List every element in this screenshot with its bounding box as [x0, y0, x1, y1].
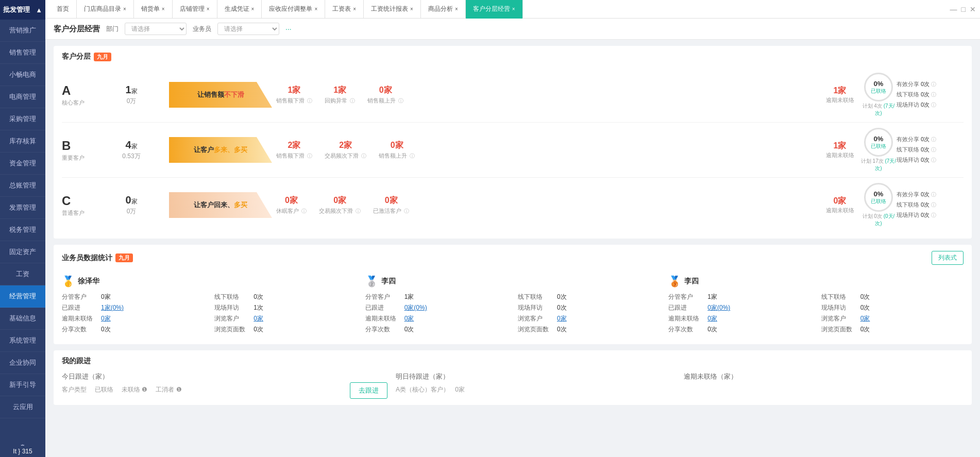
tab-close-receivable[interactable]: ×: [314, 6, 317, 12]
sidebar-item-gongzi[interactable]: 工资: [0, 263, 45, 285]
tier-count-a: 1家 0万: [98, 84, 165, 106]
staff-card-1: 🥈 李四 分管客户 1家 线下联络 0次 已跟进 0家(0%) 现场拜访 0次: [365, 271, 661, 338]
customer-section: 客户分层 九月 A 核心客户 1家 0万 让销售额不下滑 1家 销售额下滑 ⓘ …: [54, 46, 972, 239]
content-area: 客户分层 九月 A 核心客户 1家 0万 让销售额不下滑 1家 销售额下滑 ⓘ …: [45, 40, 980, 457]
tab-voucher[interactable]: 生成凭证×: [217, 0, 262, 19]
tier-circle-a: 0% 已联络 计划 4次 (7天/次): [860, 73, 897, 117]
tabbar-restore-icon[interactable]: □: [961, 5, 966, 13]
tabbar-close-icon[interactable]: ✕: [970, 5, 976, 13]
go-btn-col: 去跟进: [350, 372, 387, 399]
tab-payroll[interactable]: 工资表×: [325, 0, 364, 19]
staff-stat-row: 浏览客户 0家: [214, 314, 357, 323]
sidebar-item-fapiao[interactable]: 发票管理: [0, 197, 45, 219]
tab-label-payrollstat: 工资统计报表: [371, 5, 408, 13]
sidebar-collapse-icon[interactable]: ▲: [36, 6, 42, 14]
tab-label-home: 首页: [57, 5, 69, 13]
sidebar-item-gudingzichan[interactable]: 固定资产: [0, 241, 45, 263]
sidebar-item-qiye[interactable]: 企业协同: [0, 352, 45, 374]
tab-close-payrollstat[interactable]: ×: [410, 6, 413, 12]
sidebar-item-dianshang[interactable]: 电商管理: [0, 86, 45, 108]
tab-close-voucher[interactable]: ×: [251, 6, 255, 12]
sidebar-item-zongzhang[interactable]: 总账管理: [0, 175, 45, 197]
dept-select[interactable]: 请选择: [125, 23, 187, 35]
stat-b-2: 0家 销售额上升 ⓘ: [379, 140, 415, 160]
staff-stat-row: 逾期未联络 0家: [668, 314, 810, 323]
sidebar-item-yingxiao[interactable]: 营销推广: [0, 20, 45, 42]
tab-close-customer[interactable]: ×: [512, 6, 515, 12]
dept-label: 部门: [106, 25, 119, 33]
tab-customer[interactable]: 客户分层经营×: [466, 0, 523, 19]
tab-close-store[interactable]: ×: [207, 6, 210, 12]
sidebar-item-shuiwu[interactable]: 税务管理: [0, 219, 45, 241]
stat-a-1: 1家 回购异常 ⓘ: [325, 85, 355, 105]
tab-label-payroll: 工资表: [332, 5, 351, 13]
go-followup-btn[interactable]: 去跟进: [350, 382, 387, 399]
tab-goods[interactable]: 商品分析×: [421, 0, 466, 19]
customer-month-badge: 九月: [94, 53, 111, 61]
staff-section: 业务员数据统计 九月 列表式 🥇 徐泽华 分管客户 0家 线下联络 0次 已跟进: [54, 245, 972, 344]
staff-name-2: 🥉 李四: [668, 275, 964, 287]
tier-row-a: A 核心客户 1家 0万 让销售额不下滑 1家 销售额下滑 ⓘ 1家 回购异常 …: [62, 67, 964, 123]
tier-count-b: 4家 0.53万: [98, 139, 165, 161]
sidebar: 批发管理 ▲ 营销推广销售管理小畅电商电商管理采购管理库存核算资金管理总账管理发…: [0, 0, 45, 457]
followup-section: 我的跟进 今日跟进（家） 客户类型 已联络 未联络 ❶ 工消者 ❶ 去跟进 明日…: [54, 350, 972, 405]
staff-name-1: 🥈 李四: [365, 275, 661, 287]
staff-select[interactable]: 请选择: [217, 23, 279, 35]
tab-close-sales[interactable]: ×: [162, 6, 165, 12]
page-header: 客户分层经营 部门 请选择 业务员 请选择 ···: [45, 19, 980, 40]
tab-label-sales: 销货单: [141, 5, 160, 13]
customer-section-title: 客户分层 九月: [62, 52, 964, 61]
tabbar-minus-icon[interactable]: —: [950, 5, 957, 13]
sidebar-item-kucun[interactable]: 库存核算: [0, 130, 45, 153]
staff-section-header: 业务员数据统计 九月 列表式: [62, 251, 964, 265]
staff-stat-row: 浏览页面数 0次: [518, 325, 660, 334]
tier-stats-b: 2家 销售额下滑 ⓘ 2家 交易频次下滑 ⓘ 0家 销售额上升 ⓘ: [276, 140, 819, 160]
sidebar-item-jichu[interactable]: 基础信息: [0, 308, 45, 330]
staff-stat-row: 浏览页面数 0次: [821, 325, 964, 334]
sidebar-item-yun[interactable]: 云应用: [0, 396, 45, 418]
stat-a-2: 0家 销售额上升 ⓘ: [367, 85, 403, 105]
tier-contact-c: 0家 逾期未联络: [819, 196, 860, 214]
staff-stat-row: 逾期未联络 0家: [62, 314, 204, 323]
staff-stat-row: 分管客户 1家: [668, 293, 810, 301]
sidebar-item-xiaoshou[interactable]: 销售管理: [0, 42, 45, 64]
sidebar-item-zijin[interactable]: 资金管理: [0, 153, 45, 175]
tab-close-goods[interactable]: ×: [455, 6, 458, 12]
sidebar-item-xinshou[interactable]: 新手引导: [0, 374, 45, 396]
followup-col1: 客户类型: [62, 385, 87, 394]
tab-label-goods: 商品分析: [428, 5, 453, 13]
overdue-followup: 逾期未联络（家）: [684, 372, 964, 385]
list-view-btn[interactable]: 列表式: [932, 251, 964, 265]
stat-b-0: 2家 销售额下滑 ⓘ: [276, 140, 312, 160]
tab-home[interactable]: 首页: [49, 0, 77, 19]
tier-label-a: A 核心客户: [62, 83, 98, 107]
tab-receivable[interactable]: 应收应付调整单×: [262, 0, 325, 19]
sidebar-item-caigou[interactable]: 采购管理: [0, 108, 45, 130]
staff-name-0: 🥇 徐泽华: [62, 275, 357, 287]
staff-stat-row: 现场拜访 0次: [518, 303, 660, 312]
tab-store[interactable]: 店铺管理×: [173, 0, 217, 19]
tab-close-products[interactable]: ×: [123, 6, 126, 12]
staff-stat-row: 已跟进 1家(0%): [62, 303, 204, 312]
tomorrow-label: 明日待跟进（家）: [396, 372, 675, 381]
a-class-row: A类（核心）客户） 0家: [396, 385, 675, 394]
followup-col4: 工消者 ❶: [156, 385, 181, 394]
tab-products[interactable]: 门店商品目录×: [77, 0, 134, 19]
stat-b-1: 2家 交易频次下滑 ⓘ: [325, 140, 366, 160]
tier-row-c: C 普通客户 0家 0万 让客户回来、多买 0家 休眠客户 ⓘ 0家 交易频次下…: [62, 178, 964, 232]
tier-label-b: B 重要客户: [62, 139, 98, 162]
tier-label-c: C 普通客户: [62, 194, 98, 217]
tab-close-payroll[interactable]: ×: [353, 6, 356, 12]
tier-contact-b: 1家 逾期未联络: [819, 141, 860, 159]
tabbar-actions: — □ ✕: [950, 5, 976, 13]
tier-right-stats-b: 有效分享 0次 ⓘ 线下联络 0次 ⓘ 现场拜访 0次 ⓘ: [897, 134, 964, 165]
more-filter-icon[interactable]: ···: [285, 25, 292, 33]
sidebar-item-jingying[interactable]: 经营管理: [0, 285, 45, 308]
staff-stat-row: 浏览页面数 0次: [214, 325, 357, 334]
staff-stat-row: 已跟进 0家(0%): [365, 303, 508, 312]
tab-sales[interactable]: 销货单×: [134, 0, 173, 19]
sidebar-item-xiaodian[interactable]: 小畅电商: [0, 64, 45, 86]
tab-payrollstat[interactable]: 工资统计报表×: [364, 0, 421, 19]
sidebar-item-xitong[interactable]: 系统管理: [0, 330, 45, 352]
tab-label-store: 店铺管理: [180, 5, 205, 13]
